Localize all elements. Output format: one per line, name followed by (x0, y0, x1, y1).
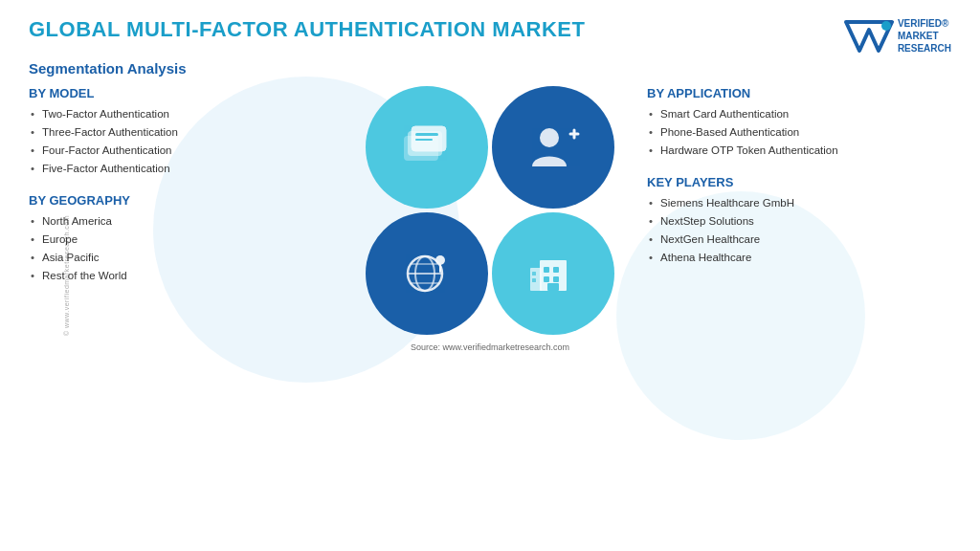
list-item: Siemens Healthcare GmbH (647, 194, 951, 212)
cards-icon (396, 117, 457, 178)
left-panel: By Model Two-Factor Authentication Three… (29, 86, 352, 335)
svg-rect-21 (553, 276, 559, 282)
quad-players-icon (492, 212, 614, 335)
source-text: Source: www.verifiedmarketresearch.com (29, 342, 951, 352)
section-title: Segmentation Analysis (29, 60, 951, 77)
key-players-heading: Key Players (647, 175, 951, 189)
by-model-block: By Model Two-Factor Authentication Three… (29, 86, 352, 178)
list-item: Asia Pacific (29, 249, 352, 267)
list-item: NextGen Healthcare (647, 231, 951, 249)
logo-area: VERIFIED® MARKET RESEARCH (844, 17, 951, 55)
list-item: Four-Factor Authentication (29, 142, 352, 160)
by-application-list: Smart Card Authentication Phone-Based Au… (647, 105, 951, 160)
svg-rect-6 (415, 139, 433, 141)
by-model-heading: By Model (29, 86, 352, 100)
main-title: Global Multi-Factor Authentication Marke… (29, 17, 585, 42)
svg-rect-18 (544, 267, 549, 273)
by-geography-list: North America Europe Asia Pacific Rest o… (29, 212, 352, 285)
vmr-logo-icon (844, 18, 894, 55)
quad-geography-icon (366, 212, 488, 335)
list-item: Hardware OTP Token Authentication (647, 142, 951, 160)
key-players-list: Siemens Healthcare GmbH NextStep Solutio… (647, 194, 951, 267)
list-item: Phone-Based Authentication (647, 123, 951, 142)
list-item: Athena Healthcare (647, 249, 951, 267)
list-item: Three-Factor Authentication (29, 123, 352, 142)
person-plus-icon (523, 117, 584, 178)
list-item: Two-Factor Authentication (29, 105, 352, 123)
svg-point-15 (435, 255, 445, 265)
content-area: By Model Two-Factor Authentication Three… (29, 86, 951, 335)
svg-rect-22 (547, 283, 559, 291)
svg-rect-25 (532, 278, 536, 282)
by-application-heading: By Application (647, 86, 951, 100)
by-model-list: Two-Factor Authentication Three-Factor A… (29, 105, 352, 178)
quad-application-icon (492, 86, 614, 209)
by-geography-heading: By Geography (29, 193, 352, 208)
list-item: North America (29, 212, 352, 231)
by-application-block: By Application Smart Card Authentication… (647, 86, 951, 160)
list-item: Five-Factor Authentication (29, 160, 352, 178)
list-item: Europe (29, 231, 352, 249)
header: Global Multi-Factor Authentication Marke… (29, 17, 951, 55)
quadrant-grid (366, 86, 614, 335)
by-geography-block: By Geography North America Europe Asia P… (29, 193, 352, 285)
logo-text: VERIFIED® MARKET RESEARCH (898, 17, 951, 55)
svg-point-7 (540, 128, 559, 147)
quad-model-icon (366, 86, 488, 209)
list-item: NextStep Solutions (647, 212, 951, 231)
page: © www.verifiedmarketresearch.com Global … (0, 0, 980, 551)
svg-rect-19 (553, 267, 559, 273)
center-panel (352, 86, 628, 335)
svg-rect-5 (415, 133, 438, 136)
svg-rect-24 (532, 272, 536, 276)
svg-rect-20 (544, 276, 549, 282)
globe-icon (396, 243, 457, 304)
list-item: Rest of the World (29, 267, 352, 285)
list-item: Smart Card Authentication (647, 105, 951, 123)
building-icon (523, 243, 584, 304)
key-players-block: Key Players Siemens Healthcare GmbH Next… (647, 175, 951, 267)
right-panel: By Application Smart Card Authentication… (628, 86, 951, 335)
svg-point-1 (881, 21, 891, 31)
